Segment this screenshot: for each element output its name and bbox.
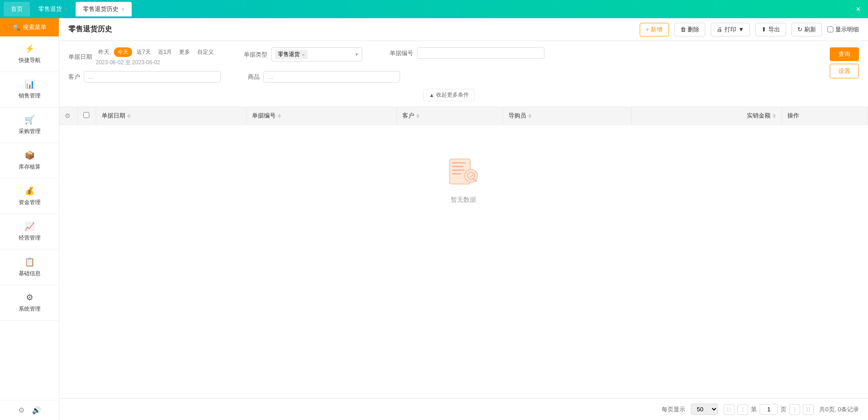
svg-rect-4 <box>452 173 461 174</box>
sidebar-search[interactable]: 🔍 搜索菜单 <box>0 18 59 36</box>
shortcut-1month[interactable]: 近1月 <box>155 47 175 57</box>
print-dropdown-icon: ▼ <box>738 26 744 33</box>
tab-retail-return[interactable]: 零售退货 × <box>31 2 75 16</box>
sidebar-item-system-label: 系统管理 <box>19 305 41 313</box>
display-detail-label: 显示明细 <box>835 26 859 34</box>
sidebar-audio-icon[interactable]: 🔊 <box>32 406 41 415</box>
sidebar-item-sales[interactable]: 📊 销售管理 <box>0 72 59 108</box>
main-layout: 🔍 搜索菜单 ⚡ 快捷导航 📊 销售管理 🛒 采购管理 📦 库存核算 💰 资金管… <box>0 18 868 420</box>
amount-sort-icon[interactable] <box>772 114 776 118</box>
sidebar-item-system[interactable]: ⚙ 系统管理 <box>0 285 59 321</box>
select-all-checkbox[interactable] <box>83 112 89 118</box>
svg-rect-2 <box>452 166 463 167</box>
tab-retail-return-close[interactable]: × <box>65 6 67 12</box>
tab-retail-return-label: 零售退货 <box>38 5 62 13</box>
sidebar-item-operations[interactable]: 📈 经营管理 <box>0 214 59 250</box>
content-area: 零售退货历史 + 新增 🗑 删除 🖨 打印 ▼ ⬆ 导出 ↻ 刷新 <box>59 18 868 420</box>
sidebar-item-basic-info[interactable]: 📋 基础信息 <box>0 250 59 285</box>
date-shortcuts: 昨天 今天 近7天 近1月 更多 自定义 2023-06-02 至 2023-0… <box>96 47 216 67</box>
quick-nav-icon: ⚡ <box>25 44 35 54</box>
empty-state: 暂无数据 <box>59 125 868 231</box>
number-filter-label: 单据编号 <box>390 49 413 57</box>
per-page-select[interactable]: 50 10 20 100 <box>691 404 718 415</box>
th-date: 单据日期 <box>96 107 246 125</box>
prev-page-button[interactable]: ⟨ <box>737 404 748 415</box>
customer-sort-icon[interactable] <box>416 114 420 118</box>
display-detail-toggle[interactable]: 显示明细 <box>827 26 859 34</box>
sidebar-item-finance-label: 资金管理 <box>19 199 41 206</box>
type-tag-close[interactable]: × <box>302 52 304 57</box>
delete-button[interactable]: 🗑 删除 <box>674 23 706 36</box>
shortcut-7days[interactable]: 近7天 <box>134 47 154 57</box>
th-customer-label: 客户 <box>402 112 414 120</box>
next-page-button[interactable]: ⟩ <box>789 404 800 415</box>
tab-retail-return-history[interactable]: 零售退货历史 × <box>76 2 131 16</box>
shortcut-today[interactable]: 今天 <box>114 47 132 57</box>
export-button[interactable]: ⬆ 导出 <box>755 23 786 36</box>
customer-select-box[interactable]: … <box>84 71 221 82</box>
sidebar-settings-icon[interactable]: ⚙ <box>18 406 25 415</box>
filter-row-2: 客户 … 商品 … <box>68 71 830 82</box>
date-sort-icon[interactable] <box>127 114 131 118</box>
refresh-label: 刷新 <box>804 26 816 34</box>
sidebar-item-quick-nav-label: 快捷导航 <box>19 56 41 64</box>
last-page-button[interactable]: ⟩⟩ <box>803 404 814 415</box>
sidebar-item-finance[interactable]: 💰 资金管理 <box>0 179 59 214</box>
window-close-button[interactable]: × <box>852 3 864 16</box>
svg-rect-1 <box>452 162 466 164</box>
sidebar-item-inventory-label: 库存核算 <box>19 163 41 171</box>
number-filter-input[interactable] <box>417 47 544 59</box>
first-page-button[interactable]: ⟨⟨ <box>724 404 734 415</box>
top-bar: 首页 零售退货 × 零售退货历史 × × <box>0 0 868 18</box>
shortcut-more[interactable]: 更多 <box>176 47 193 57</box>
sidebar-item-inventory[interactable]: 📦 库存核算 <box>0 143 59 179</box>
gear-icon[interactable]: ⚙ <box>65 112 71 119</box>
sidebar: 🔍 搜索菜单 ⚡ 快捷导航 📊 销售管理 🛒 采购管理 📦 库存核算 💰 资金管… <box>0 18 59 420</box>
refresh-button[interactable]: ↻ 刷新 <box>791 23 822 36</box>
tab-home-label: 首页 <box>11 5 23 13</box>
basic-info-icon: 📋 <box>25 257 35 267</box>
type-tag: 零售退货 × <box>275 50 307 59</box>
page-navigation: ⟨⟨ ⟨ 第 页 ⟩ ⟩⟩ <box>724 404 814 415</box>
table-header-row: ⚙ 单据日期 <box>59 107 868 125</box>
print-button[interactable]: 🖨 打印 ▼ <box>711 23 750 36</box>
current-page-input[interactable] <box>760 404 778 415</box>
display-detail-checkbox[interactable] <box>827 26 833 32</box>
goods-filter-label: 商品 <box>248 73 260 81</box>
table-body: 暂无数据 <box>59 125 868 232</box>
customer-placeholder: … <box>88 73 94 80</box>
th-amount-label: 实销金额 <box>747 112 770 120</box>
type-select-box[interactable]: 零售退货 × ▾ <box>271 47 362 61</box>
type-tag-value: 零售退货 <box>278 51 300 58</box>
sidebar-item-quick-nav[interactable]: ⚡ 快捷导航 <box>0 36 59 72</box>
customer-sort-down <box>416 116 420 118</box>
th-guide-inner: 导购员 <box>508 112 626 120</box>
page-input-group: 第 页 <box>751 404 786 415</box>
number-sort-icon[interactable] <box>277 114 281 118</box>
settings-button[interactable]: 设置 <box>830 64 859 78</box>
refresh-icon: ↻ <box>797 26 802 33</box>
sidebar-search-label: 搜索菜单 <box>23 23 46 31</box>
tab-retail-return-history-close[interactable]: × <box>121 6 124 12</box>
shortcut-custom[interactable]: 自定义 <box>195 47 216 57</box>
goods-placeholder: … <box>267 73 273 80</box>
goods-select-box[interactable]: … <box>263 71 400 82</box>
filter-type-item: 单据类型 零售退货 × ▾ <box>244 47 362 61</box>
export-label: 导出 <box>768 26 780 34</box>
guide-sort-icon[interactable] <box>528 114 532 118</box>
customer-filter-label: 客户 <box>68 73 80 81</box>
sidebar-item-sales-label: 销售管理 <box>19 92 41 100</box>
sidebar-item-purchase[interactable]: 🛒 采购管理 <box>0 108 59 143</box>
query-button[interactable]: 查询 <box>830 47 859 61</box>
type-dropdown-arrow: ▾ <box>355 51 358 57</box>
th-customer: 客户 <box>396 107 503 125</box>
date-filter-label: 单据日期 <box>68 53 92 61</box>
page-title: 零售退货历史 <box>68 25 640 34</box>
page-total-label: 共0页, 0条记录 <box>819 405 859 414</box>
tab-home[interactable]: 首页 <box>4 2 30 16</box>
guide-sort-down <box>528 116 532 118</box>
new-button[interactable]: + 新增 <box>640 23 668 36</box>
sales-icon: 📊 <box>25 79 35 89</box>
collapse-button[interactable]: ▲ 收起更多条件 <box>423 89 475 101</box>
shortcut-yesterday[interactable]: 昨天 <box>96 47 112 57</box>
